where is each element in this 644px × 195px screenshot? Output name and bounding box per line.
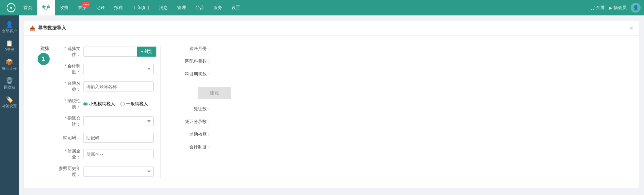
nav-right: ⛶ 全屏 ▶ 畅会员 👤 bbox=[590, 3, 641, 13]
build-button[interactable]: 建账 bbox=[198, 87, 231, 99]
file-input[interactable] bbox=[83, 47, 137, 57]
history-year-select[interactable] bbox=[83, 167, 154, 177]
nav-item-工商项目[interactable]: 工商项目 bbox=[128, 0, 154, 15]
aux-calc-label: 辅助核算： bbox=[181, 131, 211, 137]
sidebar-item-全部客户[interactable]: 👤全部客户 bbox=[0, 18, 19, 37]
sidebar-item-0申报[interactable]: 📋0申报 bbox=[0, 37, 19, 56]
nav-item-首页[interactable]: 首页 bbox=[19, 0, 37, 15]
sidebar-icon: 📋 bbox=[6, 40, 13, 46]
memo-row: 助记码： bbox=[56, 133, 154, 143]
logo bbox=[3, 0, 19, 15]
accountant-row: 指派会计： bbox=[56, 115, 154, 127]
vertical-divider bbox=[160, 46, 161, 178]
panel-icon: 📥 bbox=[30, 25, 35, 31]
top-nav: 首页客户收费票据new记账报税工商项目消息管理经营服务设置 ⛶ 全屏 ▶ 畅会员… bbox=[0, 0, 644, 15]
tax-type-general-radio[interactable] bbox=[120, 102, 125, 106]
avatar[interactable]: 👤 bbox=[631, 3, 641, 13]
match-subjects-row: 匹配科目数： bbox=[181, 58, 248, 64]
sidebar-item-label: 标签设置 bbox=[2, 104, 17, 109]
main-layout: 👤全部客户📋0申报📦账套迁移🗑️回收站🏷️标签设置 📥 导爷数据导入 × 建账 … bbox=[0, 15, 644, 195]
sidebar-icon: 📦 bbox=[6, 59, 13, 65]
browse-button[interactable]: +浏览 bbox=[137, 47, 156, 57]
vip-icon: ▶ bbox=[609, 5, 612, 10]
tax-type-small-label: 小规模纳税人 bbox=[89, 101, 115, 107]
accounting-system-select[interactable] bbox=[83, 64, 154, 74]
tax-type-small-radio[interactable] bbox=[83, 102, 88, 106]
info-section: 建账月份： 匹配科目数： 科目期初数： 建账 bbox=[167, 46, 248, 178]
sidebar-item-回收站[interactable]: 🗑️回收站 bbox=[0, 74, 19, 93]
form-section: 选择文件： +浏览 会计制度： bbox=[56, 46, 154, 178]
match-subjects-label: 匹配科目数： bbox=[181, 58, 211, 64]
panel: 📥 导爷数据导入 × 建账 1 选择文件： bbox=[24, 21, 639, 188]
tax-type-radio-group: 小规模纳税人 一般纳税人 bbox=[83, 101, 148, 107]
history-year-row: 参照历史年度： bbox=[56, 166, 154, 178]
ledger-name-label: 账簿名称： bbox=[56, 80, 83, 92]
sidebar-item-label: 全部客户 bbox=[2, 28, 17, 34]
sidebar-item-label: 账套迁移 bbox=[2, 66, 17, 71]
tax-type-small[interactable]: 小规模纳税人 bbox=[83, 101, 115, 107]
nav-item-客户[interactable]: 客户 bbox=[37, 0, 55, 15]
logo-icon bbox=[7, 3, 15, 12]
build-month-label: 建账月份： bbox=[181, 46, 211, 52]
history-year-label: 参照历史年度： bbox=[56, 166, 83, 178]
panel-title: 导爷数据导入 bbox=[38, 25, 66, 31]
memo-input[interactable] bbox=[83, 133, 154, 143]
tax-type-row: 纳税性质： 小规模纳税人 一般纳税人 bbox=[56, 98, 154, 110]
voucher-row: 凭证数： bbox=[181, 106, 248, 112]
company-row: 所属企业： bbox=[56, 148, 154, 160]
memo-label: 助记码： bbox=[56, 135, 83, 141]
period-init-label: 科目期初数： bbox=[181, 71, 211, 77]
tax-type-general[interactable]: 一般纳税人 bbox=[120, 101, 148, 107]
nav-item-消息[interactable]: 消息 bbox=[154, 0, 172, 15]
sidebar-item-账套迁移[interactable]: 📦账套迁移 bbox=[0, 56, 19, 74]
panel-header: 📥 导爷数据导入 bbox=[24, 21, 639, 36]
company-input[interactable] bbox=[83, 149, 154, 159]
fullscreen-icon: ⛶ bbox=[590, 5, 595, 10]
period-init-row: 科目期初数： bbox=[181, 71, 248, 77]
nav-item-收费[interactable]: 收费 bbox=[55, 0, 73, 15]
ledger-name-input[interactable] bbox=[83, 81, 154, 91]
vip-btn[interactable]: ▶ 畅会员 bbox=[609, 5, 627, 11]
accounting-system-row: 会计制度： bbox=[56, 63, 154, 75]
file-row: 选择文件： +浏览 bbox=[56, 46, 154, 58]
fullscreen-btn[interactable]: ⛶ 全屏 bbox=[590, 5, 605, 11]
nav-item-经营[interactable]: 经营 bbox=[191, 0, 209, 15]
accountant-select[interactable] bbox=[83, 116, 154, 126]
build-btn-area: 建账 bbox=[181, 87, 248, 99]
accountant-label: 指派会计： bbox=[56, 115, 83, 127]
nav-item-管理[interactable]: 管理 bbox=[172, 0, 191, 15]
tax-type-label: 纳税性质： bbox=[56, 98, 83, 110]
avatar-icon: 👤 bbox=[633, 5, 639, 10]
sidebar-icon: 👤 bbox=[6, 21, 13, 27]
accounting-system-label: 会计制度： bbox=[56, 63, 83, 75]
tax-type-general-label: 一般纳税人 bbox=[126, 101, 148, 107]
sidebar: 👤全部客户📋0申报📦账套迁移🗑️回收站🏷️标签设置 bbox=[0, 15, 19, 195]
sidebar-icon: 🏷️ bbox=[6, 96, 13, 103]
step-circle: 1 bbox=[38, 53, 50, 65]
ledger-name-row: 账簿名称： bbox=[56, 80, 154, 92]
step-section: 建账 1 bbox=[38, 46, 56, 65]
sidebar-item-label: 回收站 bbox=[4, 85, 15, 90]
panel-body: 建账 1 选择文件： +浏览 bbox=[24, 36, 639, 188]
voucher-entries-row: 凭证分录数： bbox=[181, 119, 248, 125]
build-month-row: 建账月份： bbox=[181, 46, 248, 52]
content-area: 📥 导爷数据导入 × 建账 1 选择文件： bbox=[19, 15, 644, 195]
close-button[interactable]: × bbox=[630, 25, 633, 32]
voucher-label: 凭证数： bbox=[181, 106, 211, 112]
logo-dot bbox=[10, 7, 12, 9]
sidebar-item-label: 0申报 bbox=[5, 47, 14, 52]
file-label: 选择文件： bbox=[56, 46, 83, 58]
fullscreen-label: 全屏 bbox=[596, 5, 605, 11]
sidebar-item-标签设置[interactable]: 🏷️标签设置 bbox=[0, 93, 19, 112]
logo-inner bbox=[7, 4, 15, 11]
nav-item-票据[interactable]: 票据new bbox=[73, 0, 91, 15]
company-label: 所属企业： bbox=[56, 148, 83, 160]
nav-items: 首页客户收费票据new记账报税工商项目消息管理经营服务设置 bbox=[19, 0, 590, 15]
nav-item-设置[interactable]: 设置 bbox=[227, 0, 245, 15]
nav-item-记账[interactable]: 记账 bbox=[91, 0, 109, 15]
aux-calc-row: 辅助核算： bbox=[181, 131, 248, 137]
file-input-group: +浏览 bbox=[83, 47, 154, 57]
nav-item-报税[interactable]: 报税 bbox=[109, 0, 128, 15]
nav-item-服务[interactable]: 服务 bbox=[209, 0, 227, 15]
vip-label: 畅会员 bbox=[613, 5, 627, 11]
